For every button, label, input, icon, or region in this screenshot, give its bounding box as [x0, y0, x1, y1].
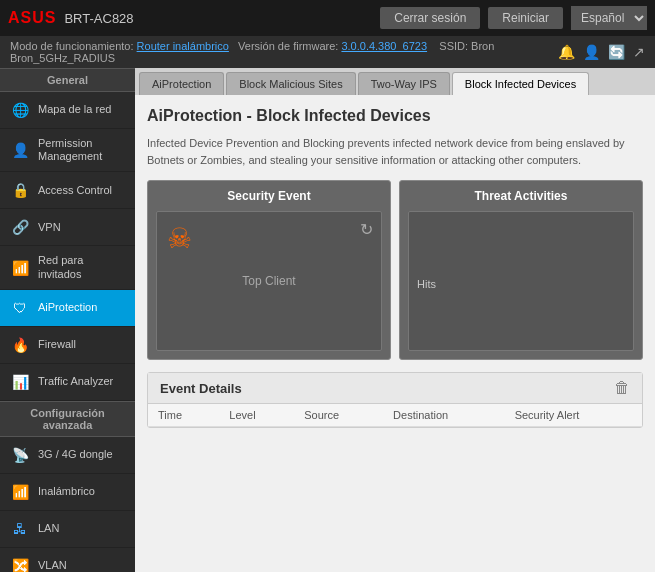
- threat-activities-panel: Threat Activities Hits: [399, 180, 643, 360]
- lan-icon: 🖧: [10, 519, 30, 539]
- event-details-title: Event Details: [160, 381, 242, 396]
- skull-icon: ☠: [167, 222, 192, 255]
- page-description: Infected Device Prevention and Blocking …: [147, 135, 643, 168]
- refresh-top-icon[interactable]: 🔄: [608, 44, 625, 60]
- security-event-panel: Security Event ☠ ↻ Top Client: [147, 180, 391, 360]
- sidebar-item-vpn[interactable]: 🔗 VPN: [0, 209, 135, 246]
- sidebar-item-lan[interactable]: 🖧 LAN: [0, 511, 135, 548]
- top-bar: Modo de funcionamiento: Router inalámbri…: [0, 36, 655, 68]
- firewall-icon: 🔥: [10, 335, 30, 355]
- guest-network-icon: 📶: [10, 258, 30, 278]
- sidebar-label-aiprotection: AiProtection: [38, 301, 97, 314]
- panel-grid: Security Event ☠ ↻ Top Client Threat Act…: [147, 180, 643, 360]
- sidebar-label-permission: Permission Management: [38, 137, 125, 163]
- event-table: Time Level Source Destination Security A…: [148, 404, 642, 427]
- sidebar-label-invitados: Red para invitados: [38, 254, 125, 280]
- dongle-icon: 📡: [10, 445, 30, 465]
- network-map-icon: 🌐: [10, 100, 30, 120]
- general-section-label: General: [0, 68, 135, 92]
- page-content: AiProtection - Block Infected Devices In…: [135, 95, 655, 572]
- aiprotection-icon: 🛡: [10, 298, 30, 318]
- advanced-section-label: Configuración avanzada: [0, 401, 135, 437]
- sidebar-label-traffic: Traffic Analyzer: [38, 375, 113, 388]
- sidebar-label-access: Access Control: [38, 184, 112, 197]
- sidebar-label-firewall: Firewall: [38, 338, 76, 351]
- sidebar-label-lan: LAN: [38, 522, 59, 535]
- vpn-icon: 🔗: [10, 217, 30, 237]
- top-client-label: Top Client: [242, 274, 295, 288]
- sidebar: General 🌐 Mapa de la red 👤 Permission Ma…: [0, 68, 135, 572]
- event-details-header: Event Details 🗑: [148, 373, 642, 404]
- sidebar-item-aiprotection[interactable]: 🛡 AiProtection: [0, 290, 135, 327]
- sidebar-label-vlan: VLAN: [38, 559, 67, 572]
- restart-button[interactable]: Reiniciar: [488, 7, 563, 29]
- col-destination: Destination: [383, 404, 505, 427]
- share-icon[interactable]: ↗: [633, 44, 645, 60]
- threat-activities-inner: Hits: [408, 211, 634, 351]
- bell-icon[interactable]: 🔔: [558, 44, 575, 60]
- sidebar-label-inalambrico: Inalámbrico: [38, 485, 95, 498]
- wireless-icon: 📶: [10, 482, 30, 502]
- threat-activities-title: Threat Activities: [408, 189, 634, 203]
- access-icon: 🔒: [10, 180, 30, 200]
- tab-two-way[interactable]: Two-Way IPS: [358, 72, 450, 95]
- content-area: AiProtection Block Malicious Sites Two-W…: [135, 68, 655, 572]
- hits-label: Hits: [417, 278, 436, 290]
- sidebar-item-permission[interactable]: 👤 Permission Management: [0, 129, 135, 172]
- col-security-alert: Security Alert: [505, 404, 642, 427]
- col-source: Source: [294, 404, 383, 427]
- tabs-bar: AiProtection Block Malicious Sites Two-W…: [135, 68, 655, 95]
- sidebar-label-dongle: 3G / 4G dongle: [38, 448, 113, 461]
- tab-block-malicious[interactable]: Block Malicious Sites: [226, 72, 355, 95]
- asus-logo: ASUS: [8, 9, 56, 27]
- sidebar-item-red[interactable]: 🌐 Mapa de la red: [0, 92, 135, 129]
- firmware-label: Versión de firmware:: [238, 40, 338, 52]
- user-icon[interactable]: 👤: [583, 44, 600, 60]
- main-layout: General 🌐 Mapa de la red 👤 Permission Ma…: [0, 68, 655, 572]
- col-level: Level: [219, 404, 294, 427]
- sidebar-item-inalambrico[interactable]: 📶 Inalámbrico: [0, 474, 135, 511]
- mode-label: Modo de funcionamiento:: [10, 40, 134, 52]
- page-title: AiProtection - Block Infected Devices: [147, 107, 643, 125]
- ssid-label: SSID:: [439, 40, 468, 52]
- logout-button[interactable]: Cerrar sesión: [380, 7, 480, 29]
- sidebar-item-traffic[interactable]: 📊 Traffic Analyzer: [0, 364, 135, 401]
- traffic-analyzer-icon: 📊: [10, 372, 30, 392]
- tab-aiprotection[interactable]: AiProtection: [139, 72, 224, 95]
- security-event-title: Security Event: [156, 189, 382, 203]
- sidebar-label-vpn: VPN: [38, 221, 61, 234]
- sidebar-item-firewall[interactable]: 🔥 Firewall: [0, 327, 135, 364]
- tab-block-infected[interactable]: Block Infected Devices: [452, 72, 589, 95]
- sidebar-item-vlan[interactable]: 🔀 VLAN: [0, 548, 135, 572]
- mode-value[interactable]: Router inalámbrico: [137, 40, 229, 52]
- security-event-inner: ☠ ↻ Top Client: [156, 211, 382, 351]
- header: ASUS BRT-AC828 Cerrar sesión Reiniciar E…: [0, 0, 655, 36]
- col-time: Time: [148, 404, 219, 427]
- language-select[interactable]: Español English: [571, 6, 647, 30]
- event-details-section: Event Details 🗑 Time Level Source Destin…: [147, 372, 643, 428]
- firmware-value[interactable]: 3.0.0.4.380_6723: [341, 40, 427, 52]
- trash-icon[interactable]: 🗑: [614, 379, 630, 397]
- sidebar-item-dongle[interactable]: 📡 3G / 4G dongle: [0, 437, 135, 474]
- vlan-icon: 🔀: [10, 556, 30, 572]
- permission-icon: 👤: [10, 140, 30, 160]
- model-name: BRT-AC828: [64, 11, 133, 26]
- security-refresh-icon[interactable]: ↻: [360, 220, 373, 239]
- sidebar-label-red: Mapa de la red: [38, 103, 111, 116]
- top-icons: 🔔 👤 🔄 ↗: [558, 44, 645, 60]
- sidebar-item-access[interactable]: 🔒 Access Control: [0, 172, 135, 209]
- sidebar-item-invitados[interactable]: 📶 Red para invitados: [0, 246, 135, 289]
- event-table-header-row: Time Level Source Destination Security A…: [148, 404, 642, 427]
